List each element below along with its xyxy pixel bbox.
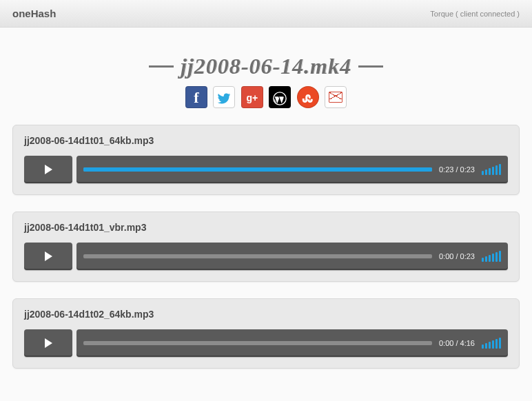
- play-button[interactable]: [24, 329, 72, 357]
- track-card: jj2008-06-14d1t02_64kb.mp3 0:00 / 4:16: [12, 298, 520, 369]
- title-dash-right: [358, 65, 383, 68]
- play-icon: [45, 251, 52, 261]
- play-icon: [45, 338, 52, 348]
- volume-indicator[interactable]: [482, 338, 501, 349]
- brand-link[interactable]: oneHash: [12, 8, 56, 19]
- track-filename: jj2008-06-14d1t01_vbr.mp3: [24, 222, 508, 233]
- stumbleupon-icon[interactable]: [297, 86, 319, 108]
- progress-track[interactable]: [83, 254, 432, 258]
- play-button[interactable]: [24, 243, 72, 270]
- player-bar: 0:23 / 0:23: [76, 156, 508, 183]
- progress-track[interactable]: [83, 167, 432, 172]
- gmail-icon[interactable]: [325, 86, 347, 108]
- title-dash-left: [149, 65, 174, 68]
- googleplus-icon[interactable]: g+: [241, 86, 263, 108]
- track-filename: jj2008-06-14d1t02_64kb.mp3: [24, 309, 508, 320]
- audio-player: 0:00 / 4:16: [24, 329, 508, 357]
- audio-player: 0:23 / 0:23: [24, 156, 508, 183]
- wordpress-icon[interactable]: [269, 86, 291, 108]
- audio-player: 0:00 / 0:23: [24, 243, 508, 270]
- client-status: Torque ( client connected ): [430, 10, 520, 18]
- facebook-icon[interactable]: f: [185, 86, 207, 108]
- top-bar: oneHash Torque ( client connected ): [0, 0, 532, 28]
- track-filename: jj2008-06-14d1t01_64kb.mp3: [24, 135, 508, 146]
- title-row: jj2008-06-14.mk4: [7, 54, 525, 79]
- time-display: 0:00 / 4:16: [439, 339, 475, 347]
- svg-point-0: [274, 92, 286, 105]
- play-icon: [45, 165, 52, 174]
- page-title: jj2008-06-14.mk4: [181, 54, 351, 79]
- track-card: jj2008-06-14d1t01_vbr.mp3 0:00 / 0:23: [12, 212, 520, 282]
- time-display: 0:23 / 0:23: [439, 165, 475, 174]
- time-display: 0:00 / 0:23: [439, 252, 475, 260]
- track-card: jj2008-06-14d1t01_64kb.mp3 0:23 / 0:23: [12, 125, 520, 195]
- share-row: f g+: [7, 86, 525, 108]
- player-bar: 0:00 / 0:23: [76, 243, 508, 270]
- volume-indicator[interactable]: [482, 164, 501, 175]
- player-bar: 0:00 / 4:16: [76, 329, 508, 357]
- play-button[interactable]: [24, 156, 72, 183]
- progress-track[interactable]: [83, 341, 432, 345]
- volume-indicator[interactable]: [482, 251, 501, 262]
- progress-fill: [83, 167, 432, 172]
- twitter-icon[interactable]: [213, 86, 235, 108]
